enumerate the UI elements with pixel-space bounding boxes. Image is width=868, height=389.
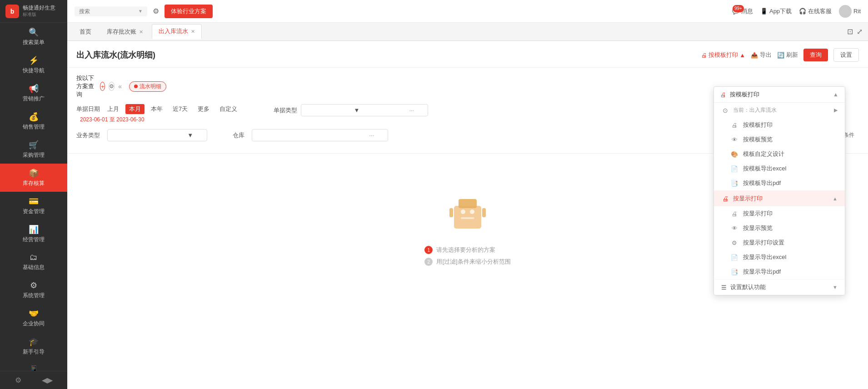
tab-batch-label: 库存批次账 <box>107 28 136 36</box>
sidebar-item-search[interactable]: 🔍 搜索菜单 <box>0 23 67 51</box>
display-preview-label: 按显示预览 <box>743 224 773 232</box>
dropdown-display-preview[interactable]: 👁 按显示预览 <box>714 221 845 235</box>
header-search-box[interactable]: ▼ <box>75 6 147 16</box>
date-chip-this-year[interactable]: 本年 <box>147 104 166 114</box>
doc-type-select[interactable]: ▼ ··· <box>301 104 428 116</box>
filter-arrow-icon[interactable]: « <box>118 83 122 90</box>
service-icon: 🎧 <box>799 8 806 15</box>
finance-icon: 💳 <box>29 196 39 206</box>
settings-default-label: 设置默认功能 <box>730 283 766 291</box>
sidebar-item-guide[interactable]: 🎓 新手引导 <box>0 332 67 360</box>
filter-add-btn[interactable]: + <box>100 82 105 91</box>
purchase-icon: 🛒 <box>29 140 39 150</box>
apps-icon: 📱 <box>29 365 39 371</box>
tab-flow-label: 出入库流水 <box>159 27 188 35</box>
dropdown-template-print[interactable]: 🖨 按模板打印 <box>714 118 845 132</box>
settings-default-icon: ☰ <box>721 284 727 291</box>
dropdown-display-print[interactable]: 🖨 按显示打印 <box>714 206 845 221</box>
user-avatar-btn[interactable]: Rit <box>839 5 861 18</box>
sidebar-item-system[interactable]: ⚙ 系统管理 <box>0 276 67 304</box>
dropdown-display-pdf[interactable]: 📑 按显示导出pdf <box>714 264 845 279</box>
sidebar-item-apps[interactable]: 📱 应用中心 <box>0 360 67 371</box>
header-search-input[interactable] <box>79 8 138 15</box>
biz-type-select[interactable]: ▼ <box>107 129 207 141</box>
tab-batch[interactable]: 库存批次账 ✕ <box>100 25 150 39</box>
display-chevron-up-icon: ▲ <box>833 196 838 201</box>
svg-point-3 <box>470 209 474 214</box>
dropdown-template-excel[interactable]: 📄 按模板导出excel <box>714 161 845 176</box>
sidebar-item-label: 经营管理 <box>23 236 45 244</box>
dropdown-header-chevron-icon[interactable]: ▲ <box>833 91 838 98</box>
template-print-icon: 🖨 <box>730 122 738 129</box>
print-icon: 🖨 <box>701 52 707 59</box>
sidebar-item-basic[interactable]: 🗂 基础信息 <box>0 248 67 276</box>
message-btn[interactable]: 💬 99+ 消息 <box>732 7 753 15</box>
step-1-num: 1 <box>424 246 433 254</box>
dropdown-display-section: 🖨 按显示打印 👁 按显示预览 ⚙ 按显示打印设置 📄 <box>714 206 845 279</box>
dropdown-display-settings[interactable]: ⚙ 按显示打印设置 <box>714 235 845 250</box>
date-chip-more[interactable]: 更多 <box>194 104 213 114</box>
service-btn[interactable]: 🎧 在线客服 <box>799 7 832 15</box>
doc-type-ellipsis[interactable]: ··· <box>409 107 414 114</box>
plus-icon: + <box>101 83 105 90</box>
dropdown-settings-default[interactable]: ☰ 设置默认功能 ▼ <box>714 279 845 295</box>
date-range: 2023-06-01 至 2023-06-30 <box>80 116 241 124</box>
template-print-label: 按模板打印 <box>743 121 773 129</box>
svg-rect-6 <box>482 208 486 217</box>
date-label: 单据日期 <box>76 105 100 113</box>
sidebar-item-corp[interactable]: 🤝 企业协同 <box>0 304 67 332</box>
header-gear-icon[interactable]: ⚙ <box>153 7 159 15</box>
date-chip-custom[interactable]: 自定义 <box>216 104 241 114</box>
sidebar-item-finance[interactable]: 💳 资金管理 <box>0 192 67 220</box>
sidebar-item-shortcut[interactable]: ⚡ 快捷导航 <box>0 51 67 79</box>
date-chip-last-month[interactable]: 上月 <box>104 104 123 114</box>
sidebar-item-label: 快捷导航 <box>23 67 45 75</box>
sidebar-item-label: 企业协同 <box>23 320 45 328</box>
sidebar-item-label: 销售管理 <box>23 123 45 131</box>
template-custom-label: 模板自定义设计 <box>743 150 784 158</box>
tab-flow[interactable]: 出入库流水 ✕ <box>152 24 202 39</box>
app-download-btn[interactable]: 📱 App下载 <box>760 7 792 15</box>
sidebar-item-sales[interactable]: 💰 销售管理 <box>0 107 67 135</box>
warehouse-select[interactable]: ··· <box>252 129 388 141</box>
warehouse-ellipsis[interactable]: ··· <box>369 132 374 139</box>
settings-bottom-icon[interactable]: ⚙ <box>15 376 21 384</box>
display-pdf-icon: 📑 <box>730 269 738 275</box>
trial-btn[interactable]: 体验行业方案 <box>165 5 213 18</box>
tab-fullscreen-btn[interactable]: ⤢ <box>857 27 863 36</box>
sidebar-item-operation[interactable]: 📊 经营管理 <box>0 220 67 248</box>
dropdown-template-pdf[interactable]: 📑 按模板导出pdf <box>714 176 845 190</box>
filter-tag[interactable]: 流水明细 <box>129 81 166 92</box>
collapse-sidebar-icon[interactable]: ◀▶ <box>42 376 53 384</box>
sidebar-item-inventory[interactable]: 📦 库存核算 <box>0 164 67 192</box>
date-chip-last7[interactable]: 近7天 <box>169 104 191 114</box>
step-2-num: 2 <box>424 258 433 266</box>
dropdown-current-label: 当前：出入库流水 <box>733 106 777 114</box>
refresh-label: 刷新 <box>786 51 798 59</box>
refresh-btn[interactable]: 🔄 刷新 <box>777 51 798 59</box>
filter-label-left: 按以下方案查询 + ⚙ « <box>76 74 122 99</box>
query-btn[interactable]: 查询 <box>803 49 828 61</box>
sidebar-item-marketing[interactable]: 📢 营销推广 <box>0 79 67 107</box>
export-label: 导出 <box>760 51 772 59</box>
tab-flow-close[interactable]: ✕ <box>191 29 195 35</box>
app-logo: b 畅捷通好生意 标准版 <box>0 0 67 23</box>
tab-restore-btn[interactable]: ⊡ <box>847 27 853 36</box>
filter-gear-btn[interactable]: ⚙ <box>109 82 115 91</box>
print-btn[interactable]: 🖨 按模板打印 ▲ <box>701 51 745 59</box>
sidebar-item-label: 采购管理 <box>23 151 45 159</box>
sidebar-item-purchase[interactable]: 🛒 采购管理 <box>0 135 67 164</box>
tab-home[interactable]: 首页 <box>73 25 98 39</box>
svg-rect-1 <box>459 199 477 208</box>
tab-batch-close[interactable]: ✕ <box>139 29 143 35</box>
date-chip-this-month[interactable]: 本月 <box>125 104 145 114</box>
sidebar-item-label: 新手引导 <box>23 348 45 356</box>
dropdown-template-preview[interactable]: 👁 按模板预览 <box>714 132 845 147</box>
dropdown-current-item[interactable]: ⊙ 当前：出入库流水 ▶ <box>714 103 845 118</box>
dropdown-display-excel[interactable]: 📄 按显示导出excel <box>714 250 845 264</box>
dropdown-template-custom[interactable]: 🎨 模板自定义设计 <box>714 147 845 161</box>
template-excel-label: 按模板导出excel <box>743 165 786 173</box>
export-btn[interactable]: 📤 导出 <box>751 51 772 59</box>
settings-btn[interactable]: 设置 <box>833 48 859 62</box>
dropdown-display-header[interactable]: 🖨 按显示打印 ▲ <box>714 191 845 206</box>
